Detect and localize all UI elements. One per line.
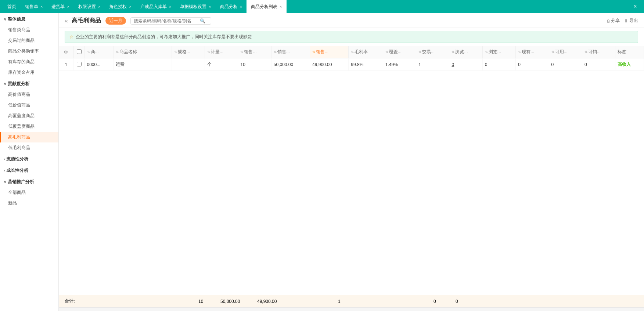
nav-analysis-list[interactable]: 商品分析列表 × bbox=[247, 0, 286, 13]
col-name[interactable]: ⇅商品名称 bbox=[114, 46, 172, 58]
nav-product-stock[interactable]: 产成品入库单 × bbox=[136, 0, 176, 13]
sidebar: ∨ 整体信息 销售类商品 交易过的商品 商品分类助销率 有库存的商品 库存资金占… bbox=[0, 13, 59, 311]
cell-stock: 0 bbox=[516, 58, 549, 71]
row-checkbox[interactable] bbox=[77, 62, 82, 66]
filter-period-button[interactable]: 近一月 bbox=[105, 17, 126, 25]
close-window-button[interactable]: × bbox=[629, 0, 641, 13]
export-button[interactable]: ⬆ 导出 bbox=[624, 18, 638, 24]
close-analysis-tab[interactable]: × bbox=[240, 4, 242, 9]
search-icon[interactable]: 🔍 bbox=[200, 18, 205, 23]
cell-sales-amt2: 49,900.00 bbox=[310, 58, 349, 71]
sidebar-item-sales-goods[interactable]: 销售类商品 bbox=[0, 25, 58, 35]
sort-icon: ⇅ bbox=[584, 50, 587, 54]
horizontal-scrollbar[interactable] bbox=[59, 307, 644, 311]
col-coverage[interactable]: ⇅覆盖... bbox=[383, 46, 416, 58]
close-permission-tab[interactable]: × bbox=[98, 4, 100, 9]
sidebar-item-low-margin[interactable]: 低毛利商品 bbox=[0, 142, 58, 153]
col-browse1[interactable]: ⇅浏览... bbox=[449, 46, 482, 58]
data-table: ⚙ ⇅商... ⇅商品名称 ⇅规格... bbox=[59, 46, 644, 71]
sidebar-collapse-button[interactable]: « bbox=[65, 18, 68, 24]
cell-tag: 高收入 bbox=[615, 58, 644, 71]
tag-label: 高收入 bbox=[618, 62, 631, 67]
sidebar-group-marketing[interactable]: ∨ 营销推广分析 bbox=[0, 176, 58, 187]
cell-spec bbox=[172, 58, 205, 71]
nav-template[interactable]: 单据模板设置 × bbox=[176, 0, 215, 13]
star-icon: ☆ bbox=[69, 35, 73, 40]
sort-icon: ⇅ bbox=[351, 50, 354, 54]
arrow-icon: ∨ bbox=[4, 82, 6, 86]
sidebar-item-traded-goods[interactable]: 交易过的商品 bbox=[0, 35, 58, 46]
col-stock[interactable]: ⇅现有... bbox=[516, 46, 549, 58]
col-saleable[interactable]: ⇅可销... bbox=[582, 46, 615, 58]
settings-icon[interactable]: ⚙ bbox=[64, 50, 68, 55]
sidebar-item-all-goods[interactable]: 全部商品 bbox=[0, 187, 58, 198]
close-analysis-list-tab[interactable]: × bbox=[280, 4, 282, 9]
close-product-tab[interactable]: × bbox=[169, 4, 171, 9]
cell-gross-rate: 99.8% bbox=[349, 58, 383, 71]
col-trade[interactable]: ⇅交易... bbox=[416, 46, 449, 58]
col-unit[interactable]: ⇅计量... bbox=[205, 46, 238, 58]
col-sales-qty[interactable]: ⇅销售... bbox=[238, 46, 271, 58]
sidebar-group-overall[interactable]: ∨ 整体信息 bbox=[0, 13, 58, 25]
table-header-row: ⚙ ⇅商... ⇅商品名称 ⇅规格... bbox=[59, 46, 644, 58]
sort-icon: ⇅ bbox=[551, 50, 554, 54]
footer-sales-amt2: 49,900.00 bbox=[257, 299, 294, 304]
close-purchase-tab[interactable]: × bbox=[67, 4, 69, 9]
footer-available: 0 bbox=[433, 299, 456, 304]
close-template-tab[interactable]: × bbox=[209, 4, 211, 9]
browse1-link[interactable]: 0 bbox=[451, 62, 454, 67]
col-index: ⚙ bbox=[59, 46, 73, 58]
sort-icon: ⇅ bbox=[116, 50, 119, 54]
col-browse2[interactable]: ⇅浏览... bbox=[482, 46, 515, 58]
sort-icon: ⇅ bbox=[418, 50, 421, 54]
page-title: 高毛利商品 bbox=[72, 17, 101, 25]
sidebar-group-growth[interactable]: › 成长性分析 bbox=[0, 164, 58, 176]
col-sales-amt2[interactable]: ⇅销售... bbox=[310, 46, 349, 58]
sidebar-item-low-value[interactable]: 低价值商品 bbox=[0, 100, 58, 111]
header-actions: ⎙ 分享 ⬆ 导出 bbox=[607, 18, 638, 24]
col-spec[interactable]: ⇅规格... bbox=[172, 46, 205, 58]
col-code[interactable]: ⇅商... bbox=[84, 46, 114, 58]
nav-home[interactable]: 首页 bbox=[3, 0, 21, 13]
share-button[interactable]: ⎙ 分享 bbox=[607, 18, 620, 24]
footer-total-row: 合计: 10 50,000.00 49,900.00 1 0 0 bbox=[59, 295, 644, 307]
sort-icon: ⇅ bbox=[518, 50, 521, 54]
sidebar-item-high-value[interactable]: 高价值商品 bbox=[0, 89, 58, 100]
cell-unit: 个 bbox=[205, 58, 238, 71]
nav-role[interactable]: 角色授权 × bbox=[105, 0, 136, 13]
top-nav: 首页 销售单 × 进货单 × 权限设置 × 角色授权 × 产成品入库单 × 单据… bbox=[0, 0, 644, 13]
sidebar-group-contribution[interactable]: ∨ 贡献度分析 bbox=[0, 78, 58, 89]
nav-sales[interactable]: 销售单 × bbox=[21, 0, 47, 13]
footer-sales-qty: 10 bbox=[198, 299, 220, 304]
footer-cells: 10 50,000.00 49,900.00 1 0 0 bbox=[103, 299, 644, 304]
sidebar-group-trend[interactable]: › 流趋性分析 bbox=[0, 153, 58, 164]
nav-purchase[interactable]: 进货单 × bbox=[47, 0, 73, 13]
table-row: 1 0000... 运费 个 10 50,000.00 49,900.00 99… bbox=[59, 58, 644, 71]
select-all-checkbox[interactable] bbox=[77, 49, 82, 54]
close-sales-tab[interactable]: × bbox=[40, 4, 43, 9]
cell-available: 0 bbox=[549, 58, 582, 71]
sidebar-item-category-rate[interactable]: 商品分类助销率 bbox=[0, 46, 58, 57]
sidebar-item-low-coverage[interactable]: 低覆盖度商品 bbox=[0, 121, 58, 132]
close-role-tab[interactable]: × bbox=[129, 4, 131, 9]
sidebar-item-new-goods[interactable]: 新品 bbox=[0, 198, 58, 209]
sidebar-item-in-stock[interactable]: 有库存的商品 bbox=[0, 57, 58, 67]
col-sales-amt1[interactable]: ⇅销售... bbox=[271, 46, 310, 58]
info-text: 企业的主要的利润都是这部分商品创造的，可考虑加大推广，同时关注库存是不要出现缺货 bbox=[76, 34, 252, 40]
cell-code: 0000... bbox=[84, 58, 114, 71]
cell-browse1[interactable]: 0 bbox=[449, 58, 482, 71]
sidebar-item-high-coverage[interactable]: 高覆盖度商品 bbox=[0, 111, 58, 121]
sidebar-item-stock-capital[interactable]: 库存资金占用 bbox=[0, 67, 58, 78]
col-available[interactable]: ⇅可用... bbox=[549, 46, 582, 58]
search-input[interactable] bbox=[134, 18, 200, 23]
col-gross-rate[interactable]: ⇅毛利率 bbox=[349, 46, 383, 58]
export-icon: ⬆ bbox=[624, 18, 628, 23]
nav-permission[interactable]: 权限设置 × bbox=[74, 0, 105, 13]
nav-analysis[interactable]: 商品分析 × bbox=[216, 0, 247, 13]
sort-icon: ⇅ bbox=[451, 50, 454, 54]
cell-browse2: 0 bbox=[482, 58, 515, 71]
arrow-icon3: ∨ bbox=[4, 180, 6, 184]
sidebar-item-high-margin[interactable]: 高毛利商品 bbox=[0, 132, 58, 142]
table-container[interactable]: ⚙ ⇅商... ⇅商品名称 ⇅规格... bbox=[59, 46, 644, 295]
cell-name: 运费 bbox=[114, 58, 172, 71]
